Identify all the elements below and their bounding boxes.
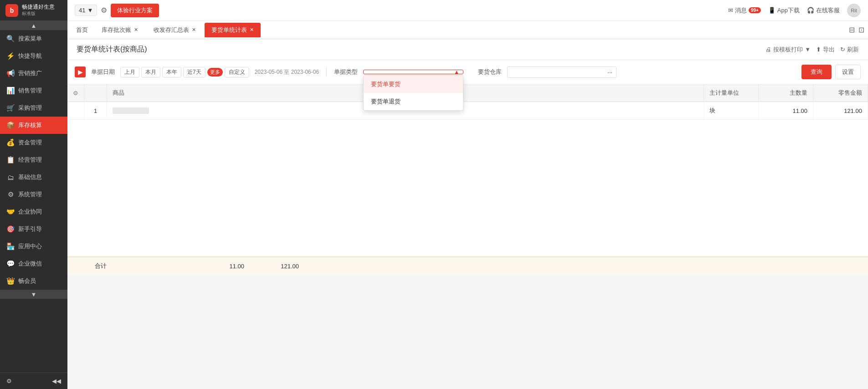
enterprise-icon: 🤝	[6, 208, 15, 216]
date-this-year-btn[interactable]: 本年	[162, 67, 181, 77]
tab-home[interactable]: 首页	[71, 23, 93, 37]
dropdown-item-order-return[interactable]: 要货单退货	[364, 93, 463, 110]
sidebar-item-search[interactable]: 🔍 搜索菜单	[0, 30, 67, 47]
marketing-icon: 📢	[6, 69, 15, 77]
sales-icon: 📊	[6, 87, 15, 95]
sidebar-item-operation[interactable]: 📋 经营管理	[0, 151, 67, 169]
sidebar-item-label: 系统管理	[18, 190, 42, 199]
date-last-7days-btn[interactable]: 近7天	[183, 67, 205, 77]
col-index	[84, 84, 107, 102]
sidebar-item-label: 库存核算	[18, 121, 42, 129]
shortcut-icon: ⚡	[6, 52, 15, 60]
sidebar-item-member[interactable]: 👑 畅会员	[0, 272, 67, 290]
warehouse-more-icon: ···	[607, 69, 612, 76]
dropdown-item-label: 要货单要货	[371, 81, 401, 87]
sidebar-item-purchase[interactable]: 🛒 采购管理	[0, 99, 67, 117]
content-wrapper: 要货单统计表(按商品) 🖨 按模板打印 ▼ ⬆ 导出 ↻ 刷新	[67, 39, 868, 275]
sidebar-item-inventory[interactable]: 📦 库存核算	[0, 117, 67, 134]
dropdown-item-label: 要货单退货	[371, 98, 401, 105]
basic-icon: 🗂	[6, 174, 15, 181]
sidebar-item-shortcut[interactable]: ⚡ 快捷导航	[0, 47, 67, 65]
sidebar-item-enterprise[interactable]: 🤝 企业协同	[0, 203, 67, 220]
date-custom-btn[interactable]: 自定义	[225, 67, 249, 77]
cell-amount: 121.00	[813, 102, 868, 120]
date-last-month-btn[interactable]: 上月	[120, 67, 139, 77]
table-area: ⚙ 商品 主计量单位 主数量 零售金额 1	[67, 84, 868, 120]
date-range-display: 2023-05-06 至 2023-06-06	[255, 68, 319, 76]
date-more-btn[interactable]: 更多	[207, 68, 223, 77]
sidebar-item-wechat[interactable]: 💬 企业微信	[0, 255, 67, 272]
sidebar-bottom: ⚙ ◀◀	[0, 373, 67, 389]
sidebar-item-label: 搜索菜单	[18, 35, 42, 43]
type-filter-label: 单据类型	[334, 68, 358, 76]
filter-divider-1	[326, 67, 327, 77]
maximize-btn[interactable]: ⊡	[858, 26, 864, 34]
dropdown-item-order-goods[interactable]: 要货单要货	[364, 76, 463, 93]
print-dropdown-icon: ▼	[805, 46, 811, 53]
refresh-btn[interactable]: ↻ 刷新	[840, 46, 859, 54]
print-label: 按模板打印	[773, 46, 803, 54]
sidebar-item-label: 销售管理	[18, 87, 42, 95]
print-btn[interactable]: 🖨 按模板打印 ▼	[765, 46, 811, 54]
collapse-sidebar-btn[interactable]: ◀◀	[52, 378, 61, 384]
online-service-btn[interactable]: 🎧 在线客服	[807, 6, 840, 15]
tab-inventory-batch[interactable]: 库存批次账 ✕	[95, 23, 145, 37]
sidebar-item-system[interactable]: ⚙ 系统管理	[0, 186, 67, 203]
messages-btn[interactable]: ✉ 消息 99+	[728, 6, 761, 15]
trial-btn[interactable]: 体验行业方案	[111, 4, 159, 17]
settings-bottom-icon[interactable]: ⚙	[6, 378, 12, 384]
table-header-row: ⚙ 商品 主计量单位 主数量 零售金额	[67, 84, 868, 102]
sidebar-item-finance[interactable]: 💰 资金管理	[0, 134, 67, 151]
table-row: 1 块 11.00 121.00	[67, 102, 868, 120]
col-amount: 零售金额	[813, 84, 868, 102]
type-filter-select[interactable]: ▲	[363, 70, 463, 74]
query-btn[interactable]: 查询	[801, 65, 832, 79]
tab-inventory-batch-label: 库存批次账	[102, 26, 131, 34]
sidebar-scroll-down[interactable]: ▼	[0, 290, 67, 299]
filter-actions: 查询 设置	[801, 65, 861, 79]
warehouse-filter-label: 要货仓库	[478, 68, 502, 76]
sidebar-item-basic[interactable]: 🗂 基础信息	[0, 169, 67, 186]
date-this-month-btn[interactable]: 本月	[141, 67, 160, 77]
header-settings-btn[interactable]: ⚙	[101, 6, 107, 15]
sidebar-item-marketing[interactable]: 📢 营销推广	[0, 65, 67, 82]
app-name: 畅捷通好生意	[22, 4, 55, 11]
user-avatar[interactable]: Rit	[847, 4, 861, 17]
sidebar-scroll-up[interactable]: ▲	[0, 21, 67, 30]
table-settings-icon[interactable]: ⚙	[73, 90, 78, 97]
system-icon: ⚙	[6, 190, 15, 199]
search-icon: 🔍	[6, 35, 15, 43]
data-table: ⚙ 商品 主计量单位 主数量 零售金额 1	[67, 84, 868, 120]
sidebar-item-sales[interactable]: 📊 销售管理	[0, 82, 67, 99]
sidebar-item-label: 营销推广	[18, 69, 42, 77]
sidebar-item-appstore[interactable]: 🏪 应用中心	[0, 238, 67, 255]
export-btn[interactable]: ⬆ 导出	[816, 46, 835, 54]
close-tab-receive-summary[interactable]: ✕	[192, 27, 196, 33]
page-actions: 🖨 按模板打印 ▼ ⬆ 导出 ↻ 刷新	[765, 46, 859, 54]
filter-expand-btn[interactable]: ▶	[75, 67, 86, 77]
store-selector[interactable]: 41 ▼	[75, 5, 97, 16]
tab-receive-summary[interactable]: 收发存汇总表 ✕	[147, 23, 203, 37]
footer-quantity-val: 11.00	[190, 263, 244, 270]
header-left: 41 ▼ ⚙ 体验行业方案	[75, 4, 721, 17]
header-right: ✉ 消息 99+ 📱 App下载 🎧 在线客服 Rit	[728, 4, 861, 17]
tab-home-label: 首页	[76, 26, 88, 34]
sidebar-item-label: 新手引导	[18, 225, 42, 233]
tab-order-stats[interactable]: 要货单统计表 ✕	[205, 23, 261, 37]
sidebar-item-label: 采购管理	[18, 104, 42, 112]
col-settings: ⚙	[67, 84, 84, 102]
warehouse-select[interactable]: ···	[507, 67, 616, 78]
col-quantity: 主数量	[759, 84, 813, 102]
settings-filter-btn[interactable]: 设置	[835, 65, 861, 79]
sidebar-item-label: 畅会员	[18, 277, 36, 285]
app-download-btn[interactable]: 📱 App下载	[768, 6, 800, 15]
app-download-label: App下载	[777, 6, 800, 15]
minimize-btn[interactable]: ⊟	[849, 26, 855, 34]
finance-icon: 💰	[6, 138, 15, 147]
close-tab-order-stats[interactable]: ✕	[250, 27, 254, 33]
messages-badge: 99+	[749, 7, 761, 13]
message-icon: ✉	[728, 7, 733, 14]
sidebar-item-guide[interactable]: 🎯 新手引导	[0, 220, 67, 238]
type-select-arrow-up: ▲	[454, 69, 459, 75]
close-tab-inventory-batch[interactable]: ✕	[134, 27, 138, 33]
